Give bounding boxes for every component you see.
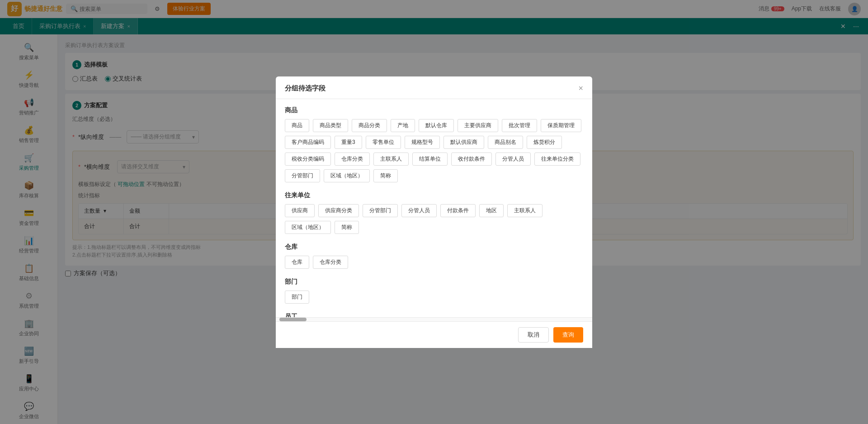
field-tag-partner-short[interactable]: 简称: [335, 221, 359, 234]
field-tag-default-supplier[interactable]: 默认供应商: [443, 136, 484, 149]
field-tag-short-name[interactable]: 简称: [373, 169, 398, 182]
field-tag-spec-model[interactable]: 规格型号: [405, 136, 440, 149]
field-tag-payment-terms[interactable]: 收付款条件: [451, 152, 492, 166]
field-tag-default-warehouse[interactable]: 默认仓库: [419, 119, 454, 132]
field-tag-supplier[interactable]: 供应商: [285, 204, 315, 217]
field-tag-payment-condition[interactable]: 付款条件: [440, 204, 476, 217]
field-tag-warehouse-category[interactable]: 仓库分类: [335, 152, 370, 166]
field-tag-partner-contact[interactable]: 主联系人: [507, 204, 542, 217]
modal-horizontal-scroll[interactable]: [276, 317, 592, 321]
hscroll-thumb: [279, 318, 307, 321]
field-selection-modal: 分组待选字段 × 商品 商品 商品类型 商品分类 产地 默认仓库 主要供应商 批…: [276, 76, 592, 348]
field-group-employee: 员工 业务员: [285, 313, 583, 317]
field-tag-supervisor[interactable]: 分管人员: [495, 152, 531, 166]
cancel-button[interactable]: 取消: [518, 327, 549, 343]
field-tag-region[interactable]: 区域（地区）: [324, 169, 370, 182]
field-tag-partner-dept[interactable]: 分管部门: [363, 204, 398, 217]
field-group-department: 部门 部门: [285, 278, 583, 304]
field-tag-supplier-category[interactable]: 供应商分类: [318, 204, 359, 217]
field-tag-area[interactable]: 地区: [479, 204, 504, 217]
modal-footer: 取消 查询: [276, 321, 592, 348]
field-tag-refine-points[interactable]: 炼货积分: [527, 136, 562, 149]
field-tag-origin[interactable]: 产地: [391, 119, 415, 132]
modal-overlay: 分组待选字段 × 商品 商品 商品类型 商品分类 产地 默认仓库 主要供应商 批…: [0, 0, 868, 424]
field-group-employee-title: 员工: [285, 313, 583, 317]
modal-title: 分组待选字段: [285, 84, 326, 93]
field-tag-main-contact[interactable]: 主联系人: [373, 152, 409, 166]
field-group-warehouse-title: 仓库: [285, 243, 583, 251]
field-tag-product-type[interactable]: 商品类型: [313, 119, 348, 132]
field-tag-tax-code[interactable]: 税收分类编码: [285, 152, 331, 166]
field-tag-partner-region[interactable]: 区域（地区）: [285, 221, 331, 234]
field-tags-partner: 供应商 供应商分类 分管部门 分管人员 付款条件 地区 主联系人 区域（地区） …: [285, 204, 583, 234]
field-tags-department: 部门: [285, 291, 583, 304]
field-tag-department[interactable]: 部门: [285, 291, 309, 304]
field-group-department-title: 部门: [285, 278, 583, 286]
field-tag-retail-unit[interactable]: 零售单位: [366, 136, 401, 149]
field-tag-main-supplier[interactable]: 主要供应商: [458, 119, 498, 132]
field-tag-warehouse-type[interactable]: 仓库分类: [313, 256, 348, 269]
field-tag-partner-supervisor[interactable]: 分管人员: [401, 204, 437, 217]
field-group-product-title: 商品: [285, 106, 583, 114]
field-tag-product-category[interactable]: 商品分类: [352, 119, 387, 132]
field-tags-warehouse: 仓库 仓库分类: [285, 256, 583, 269]
modal-close-button[interactable]: ×: [578, 84, 583, 93]
field-tag-partner-category[interactable]: 往来单位分类: [534, 152, 580, 166]
field-tag-product[interactable]: 商品: [285, 119, 309, 132]
field-tag-weight3[interactable]: 重量3: [335, 136, 362, 149]
field-group-warehouse: 仓库 仓库 仓库分类: [285, 243, 583, 269]
field-tag-product-alias[interactable]: 商品别名: [488, 136, 523, 149]
field-tag-expiry-management[interactable]: 保质期管理: [541, 119, 581, 132]
field-tag-dept[interactable]: 分管部门: [285, 169, 320, 182]
modal-body: 商品 商品 商品类型 商品分类 产地 默认仓库 主要供应商 批次管理 保质期管理…: [276, 99, 592, 317]
field-tag-customer-product-code[interactable]: 客户商品编码: [285, 136, 331, 149]
field-tag-warehouse[interactable]: 仓库: [285, 256, 309, 269]
field-group-product: 商品 商品 商品类型 商品分类 产地 默认仓库 主要供应商 批次管理 保质期管理…: [285, 106, 583, 182]
confirm-button[interactable]: 查询: [553, 327, 583, 343]
field-tag-batch-management[interactable]: 批次管理: [502, 119, 537, 132]
field-group-partner: 往来单位 供应商 供应商分类 分管部门 分管人员 付款条件 地区 主联系人 区域…: [285, 191, 583, 234]
field-group-partner-title: 往来单位: [285, 191, 583, 200]
field-tags-product: 商品 商品类型 商品分类 产地 默认仓库 主要供应商 批次管理 保质期管理 客户…: [285, 119, 583, 182]
field-tag-settlement-unit[interactable]: 结算单位: [412, 152, 448, 166]
modal-header: 分组待选字段 ×: [276, 76, 592, 99]
